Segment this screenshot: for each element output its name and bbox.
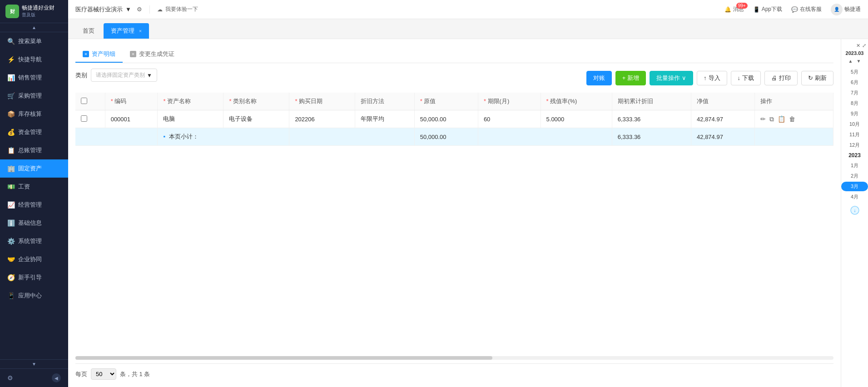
nav-arrows: ▲ ▼ <box>848 58 862 64</box>
sidebar-item-purchase[interactable]: 🛒 采购管理 <box>0 87 68 105</box>
month-item-2[interactable]: 2月 <box>841 171 868 181</box>
toolbar: 类别 请选择固定资产类别 ▼ 对账 + 新增 批量操作 ∨ <box>75 69 833 87</box>
down-arrow-icon[interactable]: ▼ <box>856 58 862 64</box>
per-page-select[interactable]: 50 10 20 100 <box>91 368 116 380</box>
batch-button[interactable]: 批量操作 ∨ <box>650 71 693 85</box>
filter-chevron-icon: ▼ <box>147 72 152 79</box>
month-item-12[interactable]: 12月 <box>841 140 868 150</box>
tab-close-icon[interactable]: × <box>139 28 142 34</box>
logo-name: 畅捷通好业财 <box>22 5 55 12</box>
experience-button[interactable]: ☁ 我要体验一下 <box>157 5 198 13</box>
panel-close-icon[interactable]: ✕ <box>856 43 860 49</box>
sidebar-item-system[interactable]: ⚙️ 系统管理 <box>0 232 68 250</box>
tab-home[interactable]: 首页 <box>75 23 102 39</box>
company-chevron-icon: ▼ <box>125 6 131 13</box>
category-filter[interactable]: 请选择固定资产类别 ▼ <box>91 69 157 82</box>
sidebar-item-label: 企业协同 <box>18 255 42 263</box>
refresh-button[interactable]: ↻ 刷新 <box>801 71 833 85</box>
print-icon: 🖨 <box>771 74 777 81</box>
sidebar-toggle-button[interactable]: ◀ <box>52 373 61 382</box>
add-label: + 新增 <box>622 74 639 82</box>
th-operations: 操作 <box>755 93 833 110</box>
horizontal-scrollbar[interactable] <box>75 356 833 360</box>
th-initial-accumulated-depreciation: 期初累计折旧 <box>612 93 691 110</box>
month-item-9[interactable]: 9月 <box>841 109 868 119</box>
reconcile-label: 对账 <box>593 74 605 82</box>
sidebar-item-label: 应用中心 <box>18 292 42 300</box>
month-item-6[interactable]: 6月 <box>841 78 868 87</box>
sidebar-item-fixed-assets[interactable]: 🏢 固定资产 <box>0 159 68 178</box>
asset-table: 编码 资产名称 类别名称 购买日期 <box>75 93 833 146</box>
user-menu[interactable]: 👤 畅捷通 <box>831 4 861 15</box>
sidebar-item-sales[interactable]: 📊 销售管理 <box>0 69 68 87</box>
sidebar-item-app-center[interactable]: 📱 应用中心 <box>0 287 68 305</box>
refresh-label: 刷新 <box>815 74 827 82</box>
sidebar-item-funds[interactable]: 💰 资金管理 <box>0 123 68 141</box>
online-service-label: 在线客服 <box>800 5 822 13</box>
sidebar-item-guide[interactable]: 🧭 新手引导 <box>0 268 68 287</box>
download-button[interactable]: ↓ 下载 <box>731 71 761 85</box>
month-item-7[interactable]: 7月 <box>841 88 868 98</box>
up-arrow-icon[interactable]: ▲ <box>848 58 854 64</box>
filter-category-label: 类别 <box>75 71 87 79</box>
enterprise-icon: 🤝 <box>7 256 15 263</box>
copy-icon[interactable]: ⧉ <box>769 115 774 123</box>
month-item-10[interactable]: 10月 <box>841 119 868 129</box>
clone-icon[interactable]: 📋 <box>778 115 785 123</box>
sidebar-nav: 🔍 搜索菜单 ⚡ 快捷导航 📊 销售管理 🛒 采购管理 📦 库存核算 💰 资金管… <box>0 32 68 359</box>
batch-label: 批量操作 <box>656 74 680 82</box>
th-residual-rate: 残值率(%) <box>541 93 612 110</box>
month-item-4[interactable]: 4月 <box>841 192 868 202</box>
sidebar-item-enterprise[interactable]: 🤝 企业协同 <box>0 250 68 268</box>
sidebar-item-label: 工资 <box>18 183 30 191</box>
inventory-icon: 📦 <box>7 110 15 118</box>
scrollbar-thumb[interactable] <box>75 356 492 360</box>
td-row-operations: ✏ ⧉ 📋 🗑 <box>755 110 833 128</box>
panel-expand-icon[interactable]: ⤢ <box>862 43 866 49</box>
topbar-gear-icon[interactable]: ⚙ <box>137 6 142 13</box>
sidebar-item-inventory[interactable]: 📦 库存核算 <box>0 105 68 123</box>
sidebar-item-ledger[interactable]: 📋 总账管理 <box>0 141 68 159</box>
online-service-button[interactable]: 💬 在线客服 <box>791 5 822 13</box>
add-button[interactable]: + 新增 <box>615 71 646 85</box>
messages-button[interactable]: 🔔 消息 99+ <box>724 5 744 13</box>
td-asset-name: 电脑 <box>158 110 223 128</box>
sidebar-item-search[interactable]: 🔍 搜索菜单 <box>0 32 68 50</box>
edit-icon[interactable]: ✏ <box>760 115 766 123</box>
subtotal-label-cell: ▪ 本页小计： <box>158 128 289 146</box>
month-item-5[interactable]: 5月 <box>841 67 868 77</box>
app-download-button[interactable]: 📱 App下载 <box>753 5 782 13</box>
sidebar-scroll-down[interactable]: ▼ <box>32 362 36 367</box>
row-checkbox[interactable] <box>81 115 87 122</box>
sidebar-item-label: 资金管理 <box>18 128 42 136</box>
category-value: 请选择固定资产类别 <box>96 71 145 79</box>
month-item-11[interactable]: 11月 <box>841 130 868 139</box>
sub-tab-asset-detail[interactable]: ≡ 资产明细 <box>75 46 123 63</box>
svg-text:↓: ↓ <box>853 208 856 213</box>
sidebar-item-label: 库存核算 <box>18 110 42 118</box>
table-row: 000001 电脑 电子设备 202206 <box>75 110 833 128</box>
reconcile-button[interactable]: 对账 <box>586 71 612 85</box>
month-item-3-active[interactable]: 3月 <box>841 182 868 191</box>
company-selector[interactable]: 医疗器械行业演示 ▼ <box>75 5 131 14</box>
sidebar: 财 畅捷通好业财 普及版 ▲ 🔍 搜索菜单 ⚡ 快捷导航 📊 销售管理 🛒 采购… <box>0 0 68 387</box>
panel-bottom-icon[interactable]: ↓ <box>850 205 860 215</box>
sidebar-item-quick-nav[interactable]: ⚡ 快捷导航 <box>0 50 68 69</box>
th-original-value: 原值 <box>414 93 478 110</box>
sidebar-item-salary[interactable]: 💵 工资 <box>0 178 68 196</box>
month-item-8[interactable]: 8月 <box>841 99 868 108</box>
sidebar-item-basic-info[interactable]: ℹ️ 基础信息 <box>0 214 68 232</box>
tab-asset-mgmt[interactable]: 资产管理 × <box>104 23 149 39</box>
print-button[interactable]: 🖨 打印 <box>764 71 798 85</box>
basic-info-icon: ℹ️ <box>7 219 15 227</box>
sub-tab-change-voucher[interactable]: ≡ 变更生成凭证 <box>123 46 182 63</box>
sidebar-scroll-up[interactable]: ▲ <box>32 25 36 30</box>
import-button[interactable]: ↑ 导入 <box>697 71 727 85</box>
sidebar-item-operations[interactable]: 📈 经营管理 <box>0 196 68 214</box>
subtotal-period-spacer <box>478 128 612 146</box>
delete-icon[interactable]: 🗑 <box>789 115 795 123</box>
month-item-1[interactable]: 1月 <box>841 161 868 170</box>
company-name: 医疗器械行业演示 <box>75 5 123 14</box>
settings-icon[interactable]: ⚙ <box>7 374 13 382</box>
select-all-checkbox[interactable] <box>81 98 87 104</box>
